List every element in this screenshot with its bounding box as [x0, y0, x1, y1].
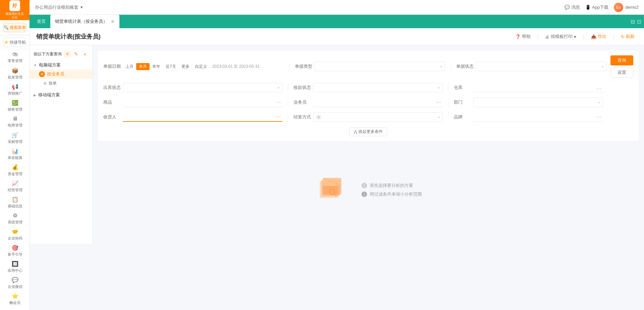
warehouse-control[interactable]: ...: [473, 83, 603, 92]
step-label-2: 用过滤条件来缩小分析范围: [370, 191, 422, 197]
sep7: [288, 112, 288, 122]
quick-nav-button[interactable]: ⚡ 快捷导航: [3, 38, 26, 47]
sidebar-item-wechat[interactable]: 💬 企业微信: [0, 275, 29, 291]
date-tab-7days[interactable]: 近7天: [163, 63, 179, 70]
date-tab-custom[interactable]: 自定义: [192, 63, 210, 70]
date-tab-more[interactable]: 更多: [179, 63, 192, 70]
search-menu-label: 搜索菜单: [10, 25, 26, 31]
goods-dots[interactable]: ···: [276, 99, 281, 105]
sidebar-item-marketing[interactable]: 📢 营销推广: [0, 82, 29, 98]
date-tab-current-month[interactable]: 本月: [136, 63, 150, 70]
sidebar-item-label-ecommerce: 电商管理: [8, 123, 22, 128]
help-label: 帮助: [522, 34, 531, 40]
sidebar-item-inventory[interactable]: 📊 库存核算: [0, 146, 29, 162]
sidebar-item-label-purchase: 采购管理: [8, 139, 22, 144]
warehouse-dots[interactable]: ...: [596, 85, 602, 91]
salesperson-dots[interactable]: ···: [436, 99, 441, 105]
workspace-dropdown-icon[interactable]: ▾: [80, 5, 83, 10]
logo-icon: 好: [9, 0, 20, 11]
out-status-select[interactable]: ▾: [123, 83, 282, 92]
export-button[interactable]: 📤 导出: [588, 32, 609, 41]
tree-label-desktop: 电脑端方案: [39, 62, 61, 68]
tree-item-by-salesperson[interactable]: 按 按业务员: [30, 69, 92, 79]
sidebar-item-apps[interactable]: 🔲 应用中心: [0, 259, 29, 275]
empty-state: 1 请先选择要分析的方案 2 用过滤条件来缩小分析范围: [98, 144, 639, 238]
consignee-dots[interactable]: ···: [276, 114, 281, 120]
add-scheme-button[interactable]: +: [64, 51, 71, 57]
right-panel: 单据日期 上月 本月 本年 近7天 更多 自定义 2023-03-01 至 20…: [93, 45, 644, 244]
sidebar-item-purchase[interactable]: 🛒 采购管理: [0, 130, 29, 146]
edit-scheme-button[interactable]: ✎: [73, 51, 79, 57]
message-button[interactable]: 💬 消息: [565, 4, 580, 10]
sidebar-item-label-retail: 零售管理: [8, 58, 22, 63]
sidebar-item-system[interactable]: ⚙ 系统管理: [0, 210, 29, 226]
tree-item-by-order[interactable]: ⊞ 按单: [30, 79, 92, 88]
sidebar-item-enterprise[interactable]: 🤝 企业协同: [0, 226, 29, 243]
avatar: Ea: [614, 3, 623, 12]
tab-expand-icon[interactable]: ⊡: [637, 18, 641, 25]
print-button[interactable]: 🖨 按模板打印 ▾: [542, 32, 579, 41]
sidebar-item-label-enterprise: 企业协同: [8, 236, 22, 241]
settings-button[interactable]: 设置: [610, 67, 633, 78]
tab-sales-stat[interactable]: 销货单统计表（按业务员） ✕: [50, 15, 119, 28]
filter-out-status: 出库状态 ▾: [103, 83, 282, 92]
collapse-panel-button[interactable]: «: [82, 51, 88, 57]
tree-item-mobile[interactable]: ▶ 移动端方案: [30, 91, 92, 99]
sidebar-item-basic[interactable]: 📋 基础信息: [0, 194, 29, 210]
content-area: 销货单统计表(按业务员) ❓ 帮助 | 🖨 按模板打印 ▾ | 📤 导出 |: [30, 28, 644, 310]
brand-label: 品牌: [454, 114, 473, 120]
tab-close-icon[interactable]: ✕: [111, 19, 115, 24]
newbie-icon: 🎯: [12, 245, 18, 251]
tab-minimize-icon[interactable]: ⊟: [631, 18, 635, 25]
sidebar-item-sales[interactable]: 💹 销售管理: [0, 98, 29, 114]
search-menu-button[interactable]: 🔍 搜索菜单: [3, 23, 26, 32]
filter-date: 单据日期 上月 本月 本年 近7天 更多 自定义 2023-03-01 至 20…: [103, 63, 284, 70]
department-select[interactable]: ▾: [473, 98, 603, 107]
settlement-clear[interactable]: ✕: [316, 114, 321, 120]
doc-type-select[interactable]: ▾: [314, 62, 445, 71]
help-button[interactable]: ❓ 帮助: [513, 32, 533, 41]
collapse-arrow-icon: ⋀: [354, 130, 357, 134]
doc-status-select[interactable]: ▾: [476, 62, 606, 71]
sidebar-item-member[interactable]: ⭐ 畅会员: [0, 291, 29, 307]
sidebar-item-newbie[interactable]: 🎯 新手引导: [0, 243, 29, 259]
brand-control[interactable]: ···: [473, 112, 603, 122]
warehouse-label: 仓库: [454, 85, 473, 91]
goods-control[interactable]: ···: [123, 98, 282, 107]
sidebar-item-ecommerce[interactable]: 🖥 电商管理: [0, 114, 29, 130]
sidebar-item-label-apps: 应用中心: [8, 268, 22, 273]
collapse-button[interactable]: ⋀ 收起更多条件: [350, 127, 387, 136]
workspace-title: 办公用品行业模拟账套: [35, 4, 78, 10]
settlement-select[interactable]: ✕ ▾: [313, 112, 443, 122]
salesperson-control[interactable]: ···: [313, 98, 443, 107]
department-arrow: ▾: [598, 101, 600, 104]
sidebar-item-operation[interactable]: 📈 经营管理: [0, 178, 29, 194]
sidebar-item-wholesale[interactable]: 📦 批发管理: [0, 65, 29, 82]
app-download-button[interactable]: 📱 App下载: [585, 4, 608, 10]
inventory-icon: 📊: [12, 148, 18, 154]
order-icon: ⊞: [44, 81, 47, 86]
print-icon: 🖨: [545, 34, 549, 39]
doc-type-arrow: ▾: [440, 65, 442, 68]
tab-home[interactable]: 首页: [32, 15, 50, 28]
sidebar-item-label-system: 系统管理: [8, 220, 22, 225]
query-button[interactable]: 查询: [610, 55, 633, 65]
user-profile[interactable]: Ea demo2: [614, 3, 639, 12]
tree-item-desktop[interactable]: ▼ 电脑端方案: [30, 61, 92, 69]
sidebar-item-retail[interactable]: 🛍 零售管理: [0, 49, 29, 65]
page-header: 销货单统计表(按业务员) ❓ 帮助 | 🖨 按模板打印 ▾ | 📤 导出 |: [30, 28, 644, 45]
retail-icon: 🛍: [12, 51, 18, 57]
consignee-label: 收货人: [103, 114, 123, 120]
brand-dots[interactable]: ···: [596, 114, 602, 120]
sidebar-item-finance[interactable]: 💰 资金管理: [0, 162, 29, 178]
receipt-status-arrow: ▾: [438, 86, 440, 90]
receipt-status-select[interactable]: ▾: [313, 83, 443, 92]
date-tab-prev-month[interactable]: 上月: [123, 63, 136, 70]
date-tab-current-year[interactable]: 本年: [150, 63, 163, 70]
page-title: 销货单统计表(按业务员): [36, 33, 101, 41]
empty-svg: [315, 171, 348, 205]
scheme-actions: + ✎ «: [64, 51, 88, 57]
settlement-label: 结算方式: [293, 114, 313, 120]
refresh-button[interactable]: ↻ 刷新: [618, 32, 637, 41]
consignee-control[interactable]: ···: [123, 112, 282, 122]
